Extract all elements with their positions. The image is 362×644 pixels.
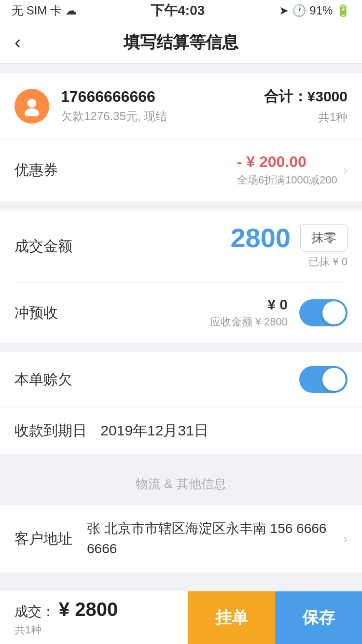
address-value: 张 北京市市辖区海淀区永丰南 156 6666 6666: [87, 518, 343, 559]
debt-toggle[interactable]: [299, 366, 348, 393]
back-button[interactable]: ‹: [14, 31, 43, 53]
customer-card: 17666666666 欠款1276.35元, 现结 合计：¥3000 共1种: [0, 73, 362, 139]
flush-amount: ¥ 0: [210, 296, 288, 313]
transaction-right: 2800 抹零 已抹 ¥ 0: [230, 224, 348, 269]
debt-section: 本单赊欠: [0, 352, 362, 406]
flush-right: ¥ 0 应收金额 ¥ 2800: [210, 296, 348, 329]
flush-prepay-label: 冲预收: [14, 303, 58, 323]
separator-2: [0, 343, 362, 352]
due-date-value: 2019年12月31日: [100, 422, 208, 438]
page-title: 填写结算等信息: [124, 31, 238, 54]
logistics-divider: 物流 & 其他信息: [0, 464, 362, 504]
due-date-label: 收款到期日: [14, 422, 87, 438]
separator-1: [0, 201, 362, 210]
amount-sub: 已抹 ¥ 0: [230, 254, 348, 269]
round-button[interactable]: 抹零: [300, 224, 348, 252]
due-date-row: 收款到期日 2019年12月31日: [0, 407, 362, 454]
chevron-right-icon: ›: [343, 163, 348, 178]
total-amount: 合计：¥3000: [264, 87, 348, 107]
status-right: ➤ 🕐 91% 🔋: [279, 4, 350, 17]
svg-point-1: [25, 108, 39, 116]
customer-info: 17666666666 欠款1276.35元, 现结: [61, 88, 264, 124]
flush-prepay-toggle[interactable]: [299, 299, 348, 326]
bottom-deal-amount: ¥ 2800: [59, 599, 118, 620]
divider-line-right: [236, 484, 348, 484]
status-bar: 无 SIM 卡 ☁ 下午4:03 ➤ 🕐 91% 🔋: [0, 0, 362, 21]
coupon-right: - ¥ 200.00 全场6折满1000减200 ›: [237, 153, 348, 187]
svg-point-0: [28, 98, 36, 107]
total-count: 共1种: [264, 110, 348, 125]
bottom-deal-label: 成交：: [14, 604, 55, 619]
hold-button[interactable]: 挂单: [188, 591, 275, 644]
flush-amount-col: ¥ 0 应收金额 ¥ 2800: [210, 296, 288, 329]
transaction-amount-row: 成交金额 2800 抹零 已抹 ¥ 0: [14, 210, 348, 283]
debt-row: 本单赊欠: [14, 352, 348, 406]
avatar: [14, 89, 49, 124]
sim-status: 无 SIM 卡 ☁: [12, 3, 77, 18]
user-icon: [22, 96, 42, 116]
bottom-count: 共1种: [14, 623, 174, 637]
battery-icon: ➤ 🕐 91% 🔋: [279, 4, 350, 17]
status-time: 下午4:03: [151, 1, 205, 20]
flush-sub: 应收金额 ¥ 2800: [210, 315, 288, 329]
address-chevron-icon: ›: [343, 531, 348, 546]
amount-value: 2800: [230, 224, 291, 252]
customer-debt: 欠款1276.35元, 现结: [61, 109, 264, 124]
bottom-deal-line: 成交： ¥ 2800: [14, 599, 174, 621]
coupon-label: 优惠券: [14, 160, 58, 180]
customer-phone: 17666666666: [61, 88, 264, 106]
form-section: 成交金额 2800 抹零 已抹 ¥ 0 冲预收 ¥ 0 应收金额 ¥ 2800: [0, 210, 362, 343]
flush-prepay-row: 冲预收 ¥ 0 应收金额 ¥ 2800: [14, 283, 348, 343]
divider-line-left: [14, 484, 126, 484]
nav-bar: ‹ 填写结算等信息: [0, 21, 362, 64]
status-left: 无 SIM 卡 ☁: [12, 3, 77, 18]
amount-right: 2800 抹零: [230, 224, 348, 252]
bottom-bar: 成交： ¥ 2800 共1种 挂单 保存: [0, 591, 362, 644]
debt-label: 本单赊欠: [14, 370, 72, 390]
content: 17666666666 欠款1276.35元, 现结 合计：¥3000 共1种 …: [0, 73, 362, 644]
transaction-label: 成交金额: [14, 237, 72, 256]
save-button[interactable]: 保存: [275, 591, 362, 644]
bottom-summary: 成交： ¥ 2800 共1种: [0, 599, 188, 637]
customer-total: 合计：¥3000 共1种: [264, 87, 348, 125]
address-row[interactable]: 客户地址 张 北京市市辖区海淀区永丰南 156 6666 6666 ›: [0, 505, 362, 573]
coupon-info: - ¥ 200.00 全场6折满1000减200: [237, 153, 337, 187]
coupon-discount: - ¥ 200.00: [237, 153, 337, 171]
coupon-desc: 全场6折满1000减200: [237, 173, 337, 187]
address-label: 客户地址: [14, 529, 72, 549]
coupon-row[interactable]: 优惠券 - ¥ 200.00 全场6折满1000减200 ›: [0, 140, 362, 201]
logistics-label: 物流 & 其他信息: [136, 476, 226, 492]
